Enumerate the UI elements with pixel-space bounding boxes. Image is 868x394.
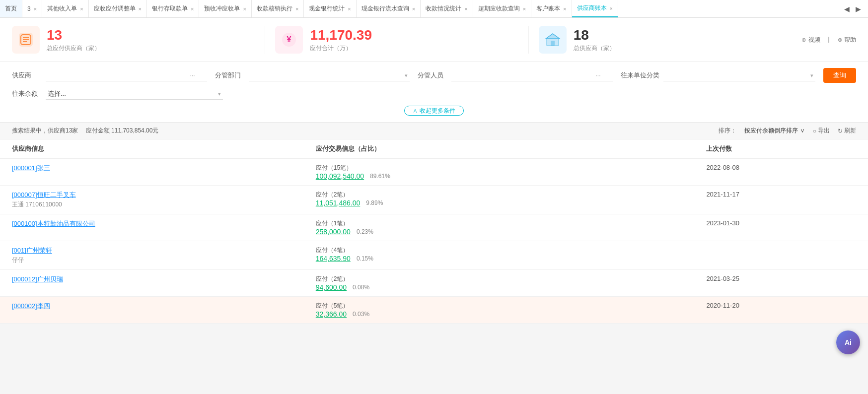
- tx-label: 应付（2笔）: [316, 275, 683, 283]
- last-payment-cell: 2021-03-25: [694, 270, 868, 297]
- filter-item-person: 分管人员 ···: [418, 69, 613, 81]
- ellipsis-icon-person[interactable]: ···: [595, 72, 600, 79]
- close-icon[interactable]: ×: [523, 6, 526, 12]
- svg-marker-8: [546, 34, 560, 39]
- close-icon[interactable]: ×: [464, 6, 467, 12]
- close-icon[interactable]: ×: [191, 6, 194, 12]
- nav-item-cash-flow[interactable]: 现金银行流水查询 ×: [357, 0, 421, 17]
- tx-amount[interactable]: 258,000.00: [316, 228, 351, 236]
- summary-info-ap-amount: 11,170.39 应付合计（万）: [310, 27, 372, 53]
- balance-select[interactable]: 选择...: [46, 88, 223, 100]
- close-icon[interactable]: ×: [34, 6, 37, 12]
- tx-amount[interactable]: 94,600.00: [316, 283, 347, 291]
- tx-amount[interactable]: 32,366.00: [316, 310, 347, 318]
- nav-item-payment-exec[interactable]: 收款核销执行 ×: [252, 0, 304, 17]
- ap-amount-number: 11,170.39: [310, 27, 372, 44]
- close-icon[interactable]: ×: [610, 5, 613, 11]
- supplier-link[interactable]: [000007]恒旺二手叉车: [12, 191, 76, 198]
- summary-info-ap-suppliers: 13 总应付供应商（家）: [47, 27, 100, 53]
- nav-left-arrow[interactable]: ◀: [841, 4, 853, 14]
- collapse-label[interactable]: ∧ 收起更多条件: [404, 106, 463, 116]
- table-header-row: 供应商信息 应付交易信息（占比） 上次付数: [0, 139, 868, 159]
- export-button[interactable]: ○ 导出: [813, 127, 830, 135]
- supplier-link[interactable]: [000012]广州贝瑞: [12, 275, 63, 283]
- main-table-wrap: 供应商信息 应付交易信息（占比） 上次付数 [000001]张三应付（15笔）1…: [0, 139, 868, 324]
- nav-label-cash-stat: 现金银行统计: [309, 4, 345, 13]
- collapse-bar[interactable]: ∧ 收起更多条件: [12, 105, 856, 116]
- dept-select[interactable]: [249, 69, 410, 81]
- supplier-info-cell: [000100]本特勤油品有限公司: [0, 214, 304, 241]
- ellipsis-icon[interactable]: ···: [190, 72, 195, 79]
- nav-item-customer-book[interactable]: 客户账本 ×: [531, 0, 572, 17]
- last-payment-cell: 2022-08-08: [694, 159, 868, 186]
- nav-item-cash-stat[interactable]: 现金银行统计 ×: [304, 0, 356, 17]
- tx-info-cell: 应付（2笔）11,051,486.009.89%: [304, 186, 695, 214]
- last-payment-cell: 2020-11-20: [694, 297, 868, 324]
- nav-item-3[interactable]: 3 ×: [22, 0, 42, 17]
- unit-class-select[interactable]: [663, 69, 816, 81]
- top-navigation: 首页 3 × 其他收入单 × 应收应付调整单 × 银行存取款单 × 预收冲应收单…: [0, 0, 868, 18]
- nav-item-prepay[interactable]: 预收冲应收单 ×: [199, 0, 251, 17]
- nav-item-bank-deposit[interactable]: 银行存取款单 ×: [147, 0, 199, 17]
- nav-label-bank-deposit: 银行存取款单: [152, 4, 188, 13]
- nav-item-overdue[interactable]: 超期应收款查询 ×: [473, 0, 531, 17]
- nav-item-other-income[interactable]: 其他收入单 ×: [42, 0, 88, 17]
- store-icon: [539, 26, 567, 54]
- supplier-table: 供应商信息 应付交易信息（占比） 上次付数 [000001]张三应付（15笔）1…: [0, 139, 868, 324]
- last-payment-cell: [694, 241, 868, 270]
- help-link[interactable]: ⊙ 帮助: [838, 36, 856, 44]
- tx-amount[interactable]: 100,092,540.00: [316, 172, 364, 180]
- person-input-wrap: ···: [451, 69, 613, 81]
- table-row: [000007]恒旺二手叉车王通 17106110000应付（2笔）11,051…: [0, 186, 868, 214]
- refresh-label: 刷新: [844, 127, 856, 135]
- query-button[interactable]: 查询: [823, 68, 856, 83]
- nav-item-ar-ap-adjust[interactable]: 应收应付调整单 ×: [89, 0, 147, 17]
- tx-label: 应付（1笔）: [316, 219, 683, 228]
- filter-item-unit-class: 往来单位分类 ▾: [621, 69, 816, 81]
- refresh-button[interactable]: ↻ 刷新: [838, 127, 856, 135]
- nav-right-arrow[interactable]: ▶: [853, 4, 864, 14]
- nav-item-home[interactable]: 首页: [0, 0, 22, 17]
- person-input[interactable]: [451, 69, 613, 81]
- tx-label: 应付（2笔）: [316, 191, 683, 199]
- ap-supplier-count: 13: [47, 27, 100, 44]
- close-icon[interactable]: ×: [348, 6, 351, 12]
- sort-value[interactable]: 按应付余额倒序排序 ∨: [744, 127, 804, 135]
- tx-percent: 0.23%: [357, 228, 373, 235]
- nav-label-supplier-book: 供应商账本: [577, 4, 607, 12]
- close-icon[interactable]: ×: [243, 6, 246, 12]
- supplier-info-cell: [000007]恒旺二手叉车王通 17106110000: [0, 186, 304, 214]
- close-icon[interactable]: ×: [563, 6, 566, 12]
- sort-label: 排序：: [719, 127, 736, 135]
- supplier-info-cell: [000002]李四: [0, 297, 304, 324]
- unit-class-select-wrap: ▾: [663, 69, 816, 81]
- close-icon[interactable]: ×: [412, 6, 415, 12]
- table-row: [000100]本特勤油品有限公司应付（1笔）258,000.000.23%20…: [0, 214, 868, 241]
- close-icon[interactable]: ×: [295, 6, 298, 12]
- tx-amount[interactable]: 11,051,486.00: [316, 199, 361, 207]
- supplier-link[interactable]: [000002]李四: [12, 302, 50, 310]
- unit-class-label: 往来单位分类: [621, 71, 659, 80]
- tx-amount[interactable]: 164,635.90: [316, 255, 351, 263]
- supplier-filter-label: 供应商: [12, 71, 42, 80]
- supplier-contact: 王通 17106110000: [12, 200, 292, 209]
- svg-rect-9: [551, 41, 555, 46]
- nav-item-payment-stat[interactable]: 收款情况统计 ×: [421, 0, 473, 17]
- supplier-link[interactable]: [000100]本特勤油品有限公司: [12, 220, 95, 227]
- nav-item-supplier-book[interactable]: 供应商账本 ×: [572, 0, 618, 17]
- supplier-link[interactable]: [001]广州荣轩: [12, 247, 52, 254]
- refresh-icon: ↻: [838, 128, 843, 134]
- col-header-last-payment: 上次付数: [694, 139, 868, 159]
- supplier-link[interactable]: [000001]张三: [12, 164, 50, 172]
- filter-row-2: 往来余额 选择... ▾: [12, 88, 856, 100]
- table-row: [000012]广州贝瑞应付（2笔）94,600.000.08%2021-03-…: [0, 270, 868, 297]
- tx-percent: 9.89%: [366, 199, 383, 206]
- filter-item-dept: 分管部门 ▾: [215, 69, 410, 81]
- close-icon[interactable]: ×: [139, 6, 142, 12]
- tx-label: 应付（5笔）: [316, 302, 683, 310]
- result-summary: 搜索结果中，供应商13家 应付金额 111,703,854.00元: [12, 127, 158, 135]
- video-link[interactable]: ⊙ 视频: [801, 36, 820, 44]
- tx-percent: 0.08%: [353, 284, 369, 291]
- supplier-input[interactable]: [46, 69, 207, 81]
- close-icon[interactable]: ×: [80, 6, 83, 12]
